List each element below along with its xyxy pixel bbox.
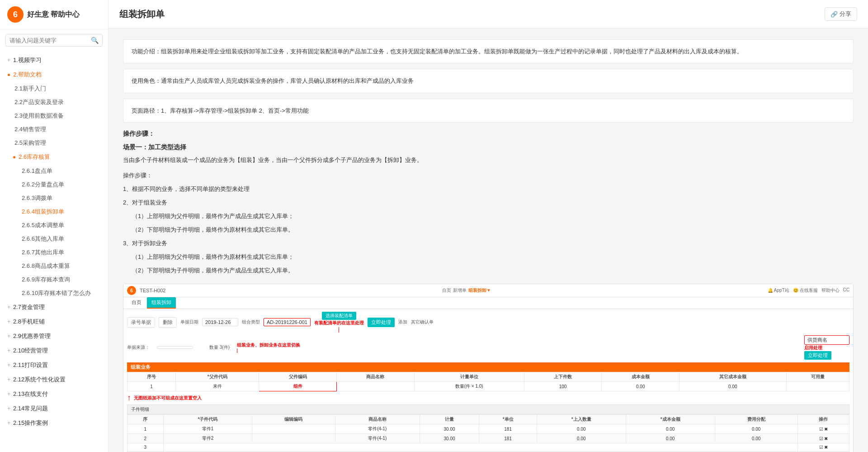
sidebar-item-payment[interactable]: + 2.13在线支付 <box>0 387 108 401</box>
steps-sub-title: 操作步骤： <box>123 170 854 181</box>
page-header: 组装拆卸单 🔗 分享 <box>108 0 868 29</box>
mock-tab-home[interactable]: 自页 <box>127 297 146 309</box>
mock-app: 6 TEST-H002 自页 新增单 组装拆卸▼ 🔔 AppT站 😊 在线客服 … <box>123 284 853 452</box>
sidebar-item-adjust[interactable]: 2.6.3调拨单 <box>0 191 108 205</box>
mock-app-header: 6 TEST-H002 自页 新增单 组装拆卸▼ 🔔 AppT站 😊 在线客服 … <box>123 284 853 297</box>
annotation2-arrow-row: ↑ 无图纸添加不可组成在这里置空入 <box>127 393 849 403</box>
step2-sub1: （1）上部明细为父件明细，最终作为产成品生成其它入库单； <box>123 210 854 222</box>
path-intro-block: 页面路径：1、库存核算->库存管理->组装拆卸单 2、首页->常用功能 <box>123 99 854 123</box>
share-button[interactable]: 🔗 分享 <box>825 7 857 21</box>
coupon-expand-icon: + <box>7 333 10 339</box>
sidebar-item-custom[interactable]: + 2.12系统个性化设置 <box>0 372 108 387</box>
step1: 1、根据不同的业务，选择不同单据的类型来处理 <box>123 183 854 195</box>
mock-lower-table-wrapper: 序 *子件代码 编辑编码 商品名称 计量 *单位 *上入数量 *成本金额 费用分… <box>127 414 849 452</box>
mock-upper-section-header: 组装业务 <box>127 362 849 372</box>
mock-form-area: 录号单据 删除 单据日期 2019-12-26 组合类型 AD-20191226… <box>123 309 853 452</box>
mock-immediate-btn[interactable]: 立即处理 <box>368 318 395 327</box>
sidebar-item-inv-error[interactable]: 2.6.10库存账本错了怎么办 <box>0 286 108 300</box>
custom-expand-icon: + <box>7 376 10 383</box>
scenario1-desc-text: 当由多个子件材料组装成一个成品的业务为【组装】业务，当由一个父件拆分成多个子产品… <box>123 154 854 166</box>
sidebar-item-purchase[interactable]: 2.5采购管理 <box>0 136 108 150</box>
mock-source[interactable] <box>157 346 193 349</box>
steps-title: 操作步骤： <box>123 130 854 138</box>
mock-field-row-1: 单据来源： 数量 3(件) 组装业务、拆卸业务在这里切换 供货商名 启用处理 <box>127 335 849 360</box>
sidebar-item-video[interactable]: + 1.视频学习 <box>0 53 108 67</box>
annotation1-group: 选择装配清单 有装配清单的在这里处理 <box>314 312 364 333</box>
main-content: 组装拆卸单 🔗 分享 功能介绍：组装拆卸单用来处理企业组装或拆卸等加工业务，支持… <box>108 0 868 452</box>
mock-btn-save[interactable]: 录号单据 <box>127 317 155 328</box>
mock-store-input[interactable]: 供货商名 <box>804 335 849 345</box>
sidebar-item-data[interactable]: 2.3使用前数据准备 <box>0 109 108 123</box>
step3-sub1: （1）上部明细为父件明细，最终作为原材料生成其它出库单； <box>123 251 854 263</box>
step3-sub2: （2）下部明细为子件明细，最终作为产成品生成其它入库单。 <box>123 265 854 276</box>
mock-type-input[interactable]: AD-20191226-001 <box>264 318 311 326</box>
role-intro-block: 使用角色：通常由生产人员或库管人员完成拆装业务的操作，库管人员确认原材料的出库和… <box>123 69 854 93</box>
annotation3-group: 供货商名 启用处理 立即处理 <box>804 335 849 360</box>
sidebar-item-cases[interactable]: + 2.15操作案例 <box>0 416 108 430</box>
step2: 2、对于组装业务 <box>123 197 854 209</box>
step2-sub2: （2）下部明细为子件明细，最终作为原材料生成其它出库单。 <box>123 224 854 236</box>
payment-expand-icon: + <box>7 391 10 397</box>
search-input[interactable] <box>9 37 91 44</box>
mock-upper-table-wrapper: 序号 *父件代码 父件编码 商品名称 计量单位 上下件数 成本金额 其它成本金额… <box>127 372 849 391</box>
mock-top-right: 🔔 AppT站 😊 在线客服 帮助中心 CC <box>768 287 849 294</box>
mock-lower-section-header: 子件明细 <box>127 404 849 414</box>
sidebar-item-goods-cost[interactable]: 2.6.8商品成本重算 <box>0 259 108 273</box>
sidebar-item-mobile[interactable]: + 2.8手机旺铺 <box>0 314 108 329</box>
sidebar-item-faq[interactable]: + 2.14常见问题 <box>0 401 108 416</box>
annotation3-text: 启用处理 <box>804 345 822 351</box>
nav-section: + 1.视频学习 ● 2.帮助文档 2.1新手入门 2.2产品安装及登录 2.3… <box>0 51 108 432</box>
sidebar-item-install[interactable]: 2.2产品安装及登录 <box>0 95 108 109</box>
step3: 3、对于拆卸业务 <box>123 238 854 249</box>
path-intro-text: 页面路径：1、库存核算->库存管理->组装拆卸单 2、首页->常用功能 <box>132 107 309 114</box>
sidebar-item-sales[interactable]: 2.4销售管理 <box>0 123 108 136</box>
faq-expand-icon: + <box>7 405 10 412</box>
table-row: 2 零件2 零件(4-1) 30.00 181 0.00 0.00 0.00 <box>127 434 849 443</box>
cases-expand-icon: + <box>7 420 10 426</box>
mock-upper-table: 序号 *父件代码 父件编码 商品名称 计量单位 上下件数 成本金额 其它成本金额… <box>127 372 849 391</box>
sidebar-item-capital[interactable]: + 2.7资金管理 <box>0 300 108 314</box>
mock-doc-toolbar: 录号单据 删除 单据日期 2019-12-26 组合类型 AD-20191226… <box>127 312 849 333</box>
sidebar-item-coupon[interactable]: + 2.9优惠券管理 <box>0 329 108 343</box>
mock-tab-assemble[interactable]: 组装拆卸 <box>147 297 176 309</box>
inventory-collapse-icon: ● <box>13 154 16 160</box>
function-intro-block: 功能介绍：组装拆卸单用来处理企业组装或拆卸等加工业务，支持有固定装配清单的产品加… <box>123 39 854 63</box>
mock-confirm-btn[interactable]: 立即处理 <box>804 351 831 360</box>
scenario1-desc: 当由多个子件材料组装成一个成品的业务为【组装】业务，当由一个父件拆分成多个子产品… <box>123 154 854 166</box>
logo-text: 好生意 帮助中心 <box>27 10 80 19</box>
print-expand-icon: + <box>7 362 10 368</box>
mock-nav-tabs: 自页 组装拆卸 <box>123 297 853 309</box>
sidebar-item-inv-check[interactable]: 2.6.9库存账本查询 <box>0 273 108 286</box>
sidebar-item-cost[interactable]: 2.6.5成本调整单 <box>0 219 108 232</box>
sidebar-item-assemble[interactable]: 2.6.4组装拆卸单 <box>0 205 108 219</box>
page-title: 组装拆卸单 <box>119 8 165 20</box>
search-box[interactable]: 🔍 <box>5 34 103 47</box>
operation-expand-icon: + <box>7 347 10 354</box>
sidebar-item-split[interactable]: 2.6.2分量盘点单 <box>0 178 108 191</box>
sidebar-item-inventory[interactable]: ● 2.6库存核算 <box>0 150 108 164</box>
sidebar-item-operation[interactable]: + 2.10经营管理 <box>0 343 108 358</box>
annotation1-text: 有装配清单的在这里处理 <box>314 320 364 326</box>
role-intro-text: 使用角色：通常由生产人员或库管人员完成拆装业务的操作，库管人员确认原材料的出库和… <box>132 77 414 84</box>
sidebar-item-other-out[interactable]: 2.6.7其他出库单 <box>0 246 108 259</box>
annotation2-text: 组装业务、拆卸业务在这里切换 <box>237 342 300 348</box>
mock-logo: 6 <box>127 286 136 295</box>
sidebar-item-docs[interactable]: ● 2.帮助文档 <box>0 67 108 82</box>
sidebar-item-new[interactable]: 2.1新手入门 <box>0 82 108 95</box>
process-btn[interactable]: 选择装配清单 <box>322 312 356 320</box>
share-icon: 🔗 <box>830 11 838 18</box>
mobile-expand-icon: + <box>7 319 10 325</box>
mock-lower-table: 序 *子件代码 编辑编码 商品名称 计量 *单位 *上入数量 *成本金额 费用分… <box>127 414 849 452</box>
scenario1-title: 场景一：加工类型选择 <box>123 143 854 152</box>
sidebar-item-stocktake[interactable]: 2.6.1盘点单 <box>0 164 108 178</box>
expand-icon: + <box>7 57 10 63</box>
search-icon[interactable]: 🔍 <box>91 37 99 44</box>
collapse-icon: ● <box>7 71 10 78</box>
table-row: 1 零件1 零件(4-1) 30.00 181 0.00 0.00 0.00 <box>127 424 849 434</box>
sidebar-item-other-in[interactable]: 2.6.6其他入库单 <box>0 232 108 246</box>
sidebar-item-print[interactable]: + 2.11打印设置 <box>0 358 108 372</box>
table-row: 3 ☑ ✖ <box>127 443 849 452</box>
mock-date-input[interactable]: 2019-12-26 <box>202 318 238 326</box>
content-area: 功能介绍：组装拆卸单用来处理企业组装或拆卸等加工业务，支持有固定装配清单的产品加… <box>108 29 868 452</box>
mock-btn-delete[interactable]: 删除 <box>159 317 177 328</box>
